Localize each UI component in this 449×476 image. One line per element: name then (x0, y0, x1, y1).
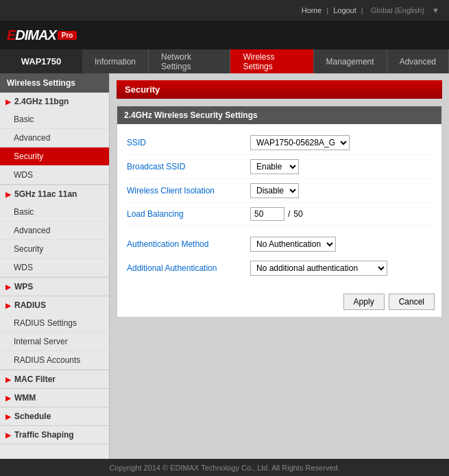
load-balance-slash: / (288, 209, 290, 219)
action-row: Apply Cancel (117, 287, 441, 317)
select-auth-method[interactable]: No Authentication WEP WPA WPA2 (250, 237, 336, 252)
sidebar-section-wps: ▶ WPS (0, 278, 109, 296)
sidebar-section-header-wmm[interactable]: ▶ WMM (0, 389, 109, 407)
pro-badge: Pro (58, 31, 77, 40)
sidebar-item-basic-5[interactable]: Basic (0, 203, 109, 222)
sidebar-item-basic-24[interactable]: Basic (0, 110, 109, 129)
header-links: Home | Logout | Global (English) ▼ (302, 6, 442, 14)
sidebar-item-radius-settings[interactable]: RADIUS Settings (0, 314, 109, 333)
sidebar-section-label-traffic: Traffic Shaping (14, 430, 74, 440)
footer-text: Copyright 2014 © EDIMAX Technology Co., … (109, 464, 339, 472)
tab-information[interactable]: Information (82, 49, 149, 73)
sidebar-item-advanced-5[interactable]: Advanced (0, 222, 109, 240)
sidebar-item-wds-24[interactable]: WDS (0, 166, 109, 185)
select-additional-auth[interactable]: No additional authentication (250, 261, 387, 276)
main-content: Security 2.4GHz Wireless Security Settin… (110, 73, 449, 459)
settings-divider (124, 226, 435, 233)
row-auth-method: Authentication Method No Authentication … (124, 233, 435, 257)
settings-table: SSID WAP1750-05628A_G Broadcast SSID Ena… (117, 124, 441, 287)
sidebar-section-header-mac[interactable]: ▶ MAC Filter (0, 370, 109, 388)
device-nav-bar: WAP1750 Information Network Settings Wir… (0, 49, 449, 73)
sidebar-item-security-24[interactable]: Security (0, 147, 109, 166)
logout-link[interactable]: Logout (333, 6, 356, 14)
footer: Copyright 2014 © EDIMAX Technology Co., … (0, 459, 449, 476)
logo-bar: EDIMAX Pro (0, 21, 449, 49)
label-load-balancing: Load Balancing (127, 209, 250, 219)
device-name: WAP1750 (0, 49, 82, 73)
arrow-icon-wps: ▶ (5, 283, 11, 291)
sidebar-section-header-24ghz[interactable]: ▶ 2.4GHz 11bgn (0, 93, 109, 110)
value-client-isolation: Disable Enable (250, 183, 432, 198)
sidebar-section-header-schedule[interactable]: ▶ Schedule (0, 407, 109, 425)
sidebar-item-wds-5[interactable]: WDS (0, 259, 109, 277)
arrow-icon-5ghz: ▶ (5, 191, 11, 198)
sidebar-section-24ghz: ▶ 2.4GHz 11bgn Basic Advanced Security W… (0, 93, 109, 185)
select-ssid[interactable]: WAP1750-05628A_G (250, 135, 350, 150)
logo: EDIMAX Pro (7, 27, 77, 43)
sidebar-section-schedule: ▶ Schedule (0, 407, 109, 426)
select-broadcast-ssid[interactable]: Enable Disable (250, 159, 299, 174)
language-arrow: ▼ (432, 6, 439, 14)
home-link[interactable]: Home (302, 6, 321, 14)
arrow-icon-24ghz: ▶ (5, 98, 11, 106)
row-ssid: SSID WAP1750-05628A_G (124, 131, 435, 155)
main-container: Wireless Settings ▶ 2.4GHz 11bgn Basic A… (0, 73, 449, 459)
sidebar-section-radius: ▶ RADIUS RADIUS Settings Internal Server… (0, 296, 109, 370)
sidebar-item-radius-accounts[interactable]: RADIUS Accounts (0, 351, 109, 370)
sidebar-section-mac-filter: ▶ MAC Filter (0, 370, 109, 389)
sidebar-section-label-wps: WPS (14, 282, 33, 291)
section-header: Security (117, 80, 442, 99)
tab-network-settings[interactable]: Network Settings (149, 49, 230, 73)
sidebar-item-internal-server[interactable]: Internal Server (0, 333, 109, 351)
language-selector[interactable]: Global (English) (371, 6, 424, 14)
cancel-button[interactable]: Cancel (389, 294, 435, 310)
tab-wireless-settings[interactable]: Wireless Settings (230, 49, 313, 73)
sidebar-section-5ghz: ▶ 5GHz 11ac 11an Basic Advanced Security… (0, 185, 109, 278)
label-broadcast-ssid: Broadcast SSID (127, 162, 250, 171)
sidebar-section-header-wps[interactable]: ▶ WPS (0, 278, 109, 296)
tab-advanced[interactable]: Advanced (387, 49, 449, 73)
sidebar-section-label-24ghz: 2.4GHz 11bgn (14, 97, 69, 106)
label-auth-method: Authentication Method (127, 239, 250, 249)
row-client-isolation: Wireless Client Isolation Disable Enable (124, 179, 435, 203)
tab-management[interactable]: Management (314, 49, 387, 73)
sidebar-title: Wireless Settings (0, 73, 109, 93)
label-additional-auth: Additional Authentication (127, 263, 250, 273)
sidebar-section-label-wmm: WMM (14, 393, 36, 403)
value-load-balancing: / 50 (250, 207, 432, 221)
row-additional-auth: Additional Authentication No additional … (124, 257, 435, 280)
value-broadcast-ssid: Enable Disable (250, 159, 432, 174)
sidebar-section-header-radius[interactable]: ▶ RADIUS (0, 296, 109, 314)
arrow-icon-schedule: ▶ (5, 413, 11, 420)
apply-button[interactable]: Apply (343, 294, 385, 310)
edimax-wordmark: EDIMAX (7, 27, 56, 43)
input-load-balancing[interactable] (250, 207, 284, 221)
value-additional-auth: No additional authentication (250, 261, 432, 276)
main-nav: Information Network Settings Wireless Se… (82, 49, 449, 73)
settings-box: 2.4GHz Wireless Security Settings SSID W… (117, 106, 442, 318)
settings-box-title: 2.4GHz Wireless Security Settings (117, 106, 441, 124)
separator1: | (326, 6, 328, 14)
arrow-icon-radius: ▶ (5, 302, 11, 309)
label-ssid: SSID (127, 138, 250, 147)
label-client-isolation: Wireless Client Isolation (127, 186, 250, 195)
sidebar-section-header-traffic[interactable]: ▶ Traffic Shaping (0, 426, 109, 444)
sidebar-section-label-mac: MAC Filter (14, 374, 56, 384)
row-load-balancing: Load Balancing / 50 (124, 203, 435, 226)
separator2: | (361, 6, 363, 14)
sidebar-item-advanced-24[interactable]: Advanced (0, 129, 109, 147)
select-client-isolation[interactable]: Disable Enable (250, 183, 299, 198)
load-balance-max: 50 (293, 209, 302, 219)
row-broadcast-ssid: Broadcast SSID Enable Disable (124, 155, 435, 179)
sidebar-section-label-radius: RADIUS (14, 300, 46, 310)
sidebar-section-label-schedule: Schedule (14, 412, 51, 421)
arrow-icon-traffic: ▶ (5, 431, 11, 439)
sidebar-item-security-5[interactable]: Security (0, 240, 109, 259)
value-auth-method: No Authentication WEP WPA WPA2 (250, 237, 432, 252)
sidebar-section-label-5ghz: 5GHz 11ac 11an (14, 189, 77, 199)
arrow-icon-mac: ▶ (5, 376, 11, 383)
value-ssid: WAP1750-05628A_G (250, 135, 432, 150)
sidebar-section-header-5ghz[interactable]: ▶ 5GHz 11ac 11an (0, 185, 109, 203)
sidebar-section-traffic: ▶ Traffic Shaping (0, 426, 109, 444)
sidebar: Wireless Settings ▶ 2.4GHz 11bgn Basic A… (0, 73, 110, 459)
